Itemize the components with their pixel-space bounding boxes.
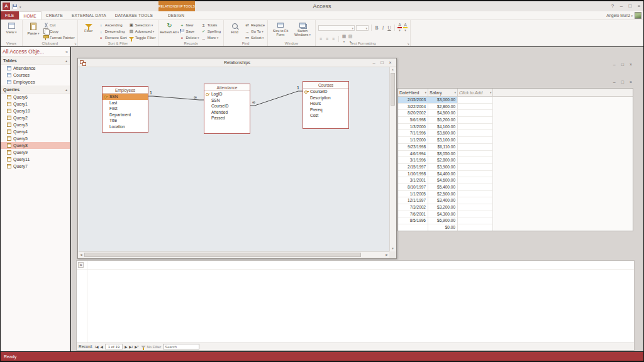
datasheet-row[interactable]: 3/1/2001$4,600.00 [398, 177, 633, 184]
cell-click-to-add[interactable] [458, 104, 493, 111]
close-icon[interactable]: × [386, 58, 394, 67]
nav-section-header[interactable]: Queries▴ [1, 85, 70, 94]
nav-item-query8[interactable]: Query8 [1, 142, 70, 149]
remove-sort-button[interactable]: ×Remove Sort [99, 35, 127, 40]
format-painter-button[interactable]: Format Painter [43, 35, 75, 40]
quick-access-customize-icon[interactable] [19, 4, 21, 9]
tab-file[interactable]: FILE [1, 11, 19, 19]
close-icon[interactable]: × [630, 62, 632, 67]
cell-click-to-add[interactable] [458, 197, 493, 204]
minimize-icon[interactable]: – [613, 80, 616, 84]
cell-click-to-add[interactable] [458, 124, 493, 131]
filter-button[interactable]: Filter [80, 21, 97, 33]
nav-item-query9[interactable]: Query9 [1, 149, 70, 156]
cell-click-to-add[interactable] [458, 130, 493, 137]
datasheet-row[interactable]: 1/3/2000$4,100.00 [398, 124, 633, 131]
column-header-click-to-add[interactable]: Click to Add [458, 89, 493, 96]
scrollbar-thumb[interactable] [84, 253, 361, 257]
find-button[interactable]: Find [226, 21, 243, 34]
highlight-color-button[interactable]: A [403, 23, 408, 32]
horizontal-scrollbar[interactable]: ◀ ▶ [79, 251, 389, 258]
field-department[interactable]: Department [103, 112, 148, 118]
datasheet-row[interactable]: 7/1/1996$3,600.00 [398, 130, 633, 137]
delete-button[interactable]: ×Delete [179, 35, 199, 40]
scrollbar-thumb[interactable] [391, 73, 395, 106]
select-button[interactable]: ▭Select [245, 35, 265, 40]
goto-button[interactable]: →Go To [245, 29, 265, 34]
datasheet-row[interactable]: 2/15/1997$3,900.00 [398, 164, 633, 171]
field-courseid[interactable]: CourseID [204, 103, 250, 109]
field-hours[interactable]: Hours [303, 101, 348, 107]
cell-click-to-add[interactable] [458, 151, 493, 158]
account-area[interactable]: Angelo Munz [606, 11, 643, 19]
datasheet-row[interactable]: 12/1/1997$3,400.00 [398, 197, 633, 204]
restore-icon[interactable]: □ [621, 80, 624, 84]
more-button[interactable]: ...More [201, 35, 221, 40]
table-box-employees[interactable]: EmployeesSSNLastFirstDepartmentTitleLoca… [102, 86, 148, 133]
cell-click-to-add[interactable] [458, 157, 493, 164]
field-cost[interactable]: Cost [303, 112, 348, 119]
datasheet-row[interactable]: 8/10/1997$5,400.00 [398, 184, 633, 191]
spelling-button[interactable]: ✓Spelling [201, 29, 221, 34]
scroll-right-icon[interactable]: ▶ [384, 252, 389, 258]
help-icon[interactable]: ? [608, 1, 617, 11]
scroll-up-icon[interactable]: ▲ [390, 67, 396, 72]
cell-click-to-add[interactable] [458, 224, 493, 231]
nav-item-employees[interactable]: Employees [1, 79, 70, 85]
next-record-icon[interactable]: ▶ [125, 345, 127, 349]
nav-item-query11[interactable]: Query11 [1, 156, 70, 163]
datasheet-row[interactable]: 7/3/2002$3,200.00 [398, 204, 633, 211]
minimize-icon[interactable]: – [370, 58, 378, 67]
field-description[interactable]: Description [303, 95, 348, 101]
nav-item-query2[interactable]: Query2 [1, 114, 70, 121]
field-title[interactable]: Title [103, 118, 148, 124]
field-location[interactable]: Location [103, 124, 148, 130]
totals-button[interactable]: ΣTotals [201, 23, 221, 28]
restore-icon[interactable]: □ [621, 62, 624, 67]
minimize-icon[interactable]: – [613, 62, 616, 67]
cell-click-to-add[interactable] [458, 184, 493, 191]
refresh-all-button[interactable]: ↻ Refresh All [161, 21, 177, 34]
nav-item-query5[interactable]: Query5 [1, 135, 70, 142]
field-attended[interactable]: Attended [204, 109, 250, 116]
tab-database-tools[interactable]: DATABASE TOOLS [111, 11, 157, 19]
nav-item-query6[interactable]: Query6 [1, 94, 70, 101]
cell-click-to-add[interactable] [458, 211, 493, 218]
datasheet-row[interactable]: $0.00 [398, 224, 633, 231]
tab-create[interactable]: CREATE [42, 11, 67, 19]
close-icon[interactable]: × [78, 262, 84, 268]
font-size-combobox[interactable] [356, 25, 369, 31]
tab-external-data[interactable]: EXTERNAL DATA [67, 11, 111, 19]
datasheet-row[interactable]: 4/6/1994$8,050.00 [398, 151, 633, 158]
switch-windows-button[interactable]: Switch Windows [292, 21, 313, 36]
new-record-button[interactable]: +New [179, 23, 199, 28]
font-color-button[interactable]: A [397, 23, 402, 32]
datasheet-row[interactable]: 5/6/1998$6,200.00 [398, 117, 633, 124]
cell-click-to-add[interactable] [458, 171, 493, 178]
align-center-icon[interactable]: ≡ [325, 36, 330, 41]
first-record-icon[interactable]: I◀ [95, 345, 99, 349]
datasheet-row[interactable]: 1/10/1998$4,400.00 [398, 171, 633, 178]
record-position[interactable]: 1 of 19 [105, 344, 123, 349]
avatar[interactable] [635, 12, 641, 19]
nav-item-query7[interactable]: Query7 [1, 163, 70, 170]
cell-click-to-add[interactable] [458, 110, 493, 117]
field-passed[interactable]: Passed [204, 115, 250, 121]
datasheet-row[interactable]: 1/1/2000$3,100.00 [398, 137, 633, 144]
close-icon[interactable]: × [630, 80, 632, 84]
datasheet-row[interactable]: 9/23/1998$6,110.00 [398, 144, 633, 151]
datasheet-row[interactable]: 1/1/2005$2,500.00 [398, 191, 633, 198]
cell-click-to-add[interactable] [458, 144, 493, 151]
field-logid[interactable]: LogID [204, 91, 250, 97]
advanced-button[interactable]: ▤Advanced [129, 29, 156, 34]
field-last[interactable]: Last [103, 100, 148, 106]
shutter-collapse-icon[interactable]: « [65, 50, 68, 54]
cell-click-to-add[interactable] [458, 191, 493, 198]
scroll-left-icon[interactable]: ◀ [79, 252, 84, 258]
quick-save-icon[interactable] [13, 4, 17, 9]
cell-click-to-add[interactable] [458, 117, 493, 124]
close-icon[interactable]: × [635, 1, 643, 11]
cell-click-to-add[interactable] [458, 97, 493, 104]
underline-button[interactable]: U [387, 25, 392, 31]
cell-click-to-add[interactable] [458, 217, 493, 224]
